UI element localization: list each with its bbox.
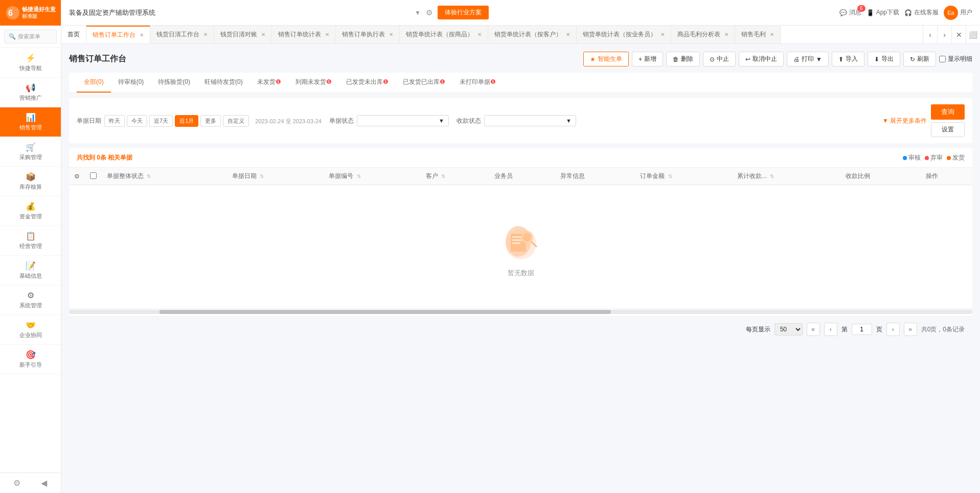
tab-close-daily-clear[interactable]: ✕ [203, 32, 208, 37]
query-btn[interactable]: 查询 [931, 104, 965, 120]
page-prev-btn[interactable]: ‹ [824, 323, 837, 336]
date-btn-1month[interactable]: 近1月 [175, 115, 198, 127]
tab-close-daily-reconcile[interactable]: ✕ [261, 32, 265, 37]
cancel-pause-btn[interactable]: ↩ 取消中止 [739, 52, 784, 66]
print-icon: 🖨 [793, 56, 800, 63]
tab-close-goods-stats-customer[interactable]: ✕ [566, 32, 570, 37]
filter-tab-overdue-unshipped[interactable]: 到期未发货❶ [288, 73, 339, 93]
status-select[interactable]: ▼ [357, 115, 449, 126]
th-gear[interactable]: ⚙ [69, 168, 85, 185]
filter-tab-shipped-not-out[interactable]: 已发货未出库❶ [339, 73, 396, 93]
tab-daily-clear[interactable]: 钱货日清工作台 ✕ [150, 26, 214, 44]
sidebar-item-inventory[interactable]: 📦 库存核算 [0, 167, 61, 196]
horizontal-scrollbar-thumb[interactable] [159, 310, 611, 314]
set-btn[interactable]: 设置 [931, 122, 965, 137]
th-number[interactable]: 单据编号 ⇅ [324, 168, 420, 185]
tab-sales-exec[interactable]: 销售订单执行表 ✕ [336, 26, 400, 44]
sidebar-item-base-info[interactable]: 📝 基础信息 [0, 256, 61, 285]
gear-icon[interactable]: ⚙ [426, 8, 432, 17]
filter-tab-unshipped[interactable]: 未发货❶ [250, 73, 288, 93]
filter-tab-unprinted[interactable]: 未打印单据❶ [452, 73, 503, 93]
sidebar-item-quick-nav[interactable]: ⚡ 快捷导航 [0, 48, 61, 78]
date-btn-custom[interactable]: 自定义 [223, 115, 249, 127]
ship-action-btn[interactable]: 发货 [947, 153, 965, 162]
th-overall-status[interactable]: 单据整体状态 ⇅ [102, 168, 227, 185]
tab-scroll-right[interactable]: › [937, 26, 951, 44]
tab-maximize[interactable]: ⬜ [966, 26, 980, 44]
date-btn-today[interactable]: 今天 [127, 115, 147, 127]
page-number-input[interactable] [852, 324, 872, 335]
page-last-btn[interactable]: » [904, 323, 917, 336]
tab-close-all[interactable]: ✕ [951, 26, 966, 44]
search-menu-btn[interactable]: 🔍 搜索菜单 [4, 30, 57, 43]
filter-tab-pending-audit[interactable]: 待审核(0) [111, 73, 151, 93]
th-customer[interactable]: 客户 ⇅ [421, 168, 489, 185]
th-date[interactable]: 单据日期 ⇅ [227, 168, 324, 185]
collapse-footer-btn[interactable]: ◀ [33, 478, 56, 488]
import-btn[interactable]: ⬆ 导入 [832, 52, 864, 66]
add-btn[interactable]: + 新增 [632, 52, 663, 66]
th-checkbox[interactable] [85, 168, 102, 185]
filter-tab-all[interactable]: 全部(0) [77, 73, 111, 93]
tab-close-sales-stats[interactable]: ✕ [325, 32, 329, 37]
payment-select[interactable]: ▼ [484, 115, 576, 126]
print-btn[interactable]: 🖨 打印 ▼ [787, 52, 829, 66]
industry-btn[interactable]: 体验行业方案 [438, 6, 489, 19]
sidebar-item-sales[interactable]: 📊 销售管理 [0, 107, 61, 137]
table-toolbar: 共找到 0条 相关单据 审核 弃审 发货 [69, 148, 972, 168]
tab-scroll-left[interactable]: ‹ [923, 26, 937, 44]
horizontal-scrollbar-track[interactable] [69, 310, 972, 314]
tab-sales-stats[interactable]: 销售订单统计表 ✕ [272, 26, 336, 44]
sidebar-search[interactable]: 🔍 搜索菜单 [0, 26, 61, 48]
sidebar-item-marketing[interactable]: 📢 营销推广 [0, 78, 61, 107]
date-btn-more[interactable]: 更多 [200, 115, 221, 127]
filter-tab-wangpu-ship[interactable]: 旺铺待发货(0) [197, 73, 250, 93]
delete-btn[interactable]: 🗑 删除 [666, 52, 700, 66]
filter-tab-pending-inspect[interactable]: 待拣验货(0) [151, 73, 197, 93]
smart-create-btn[interactable]: ★ 智能生单 [583, 52, 629, 66]
tab-goods-stats-salesperson[interactable]: 销货单统计表（按业务员） ✕ [577, 26, 671, 44]
tab-close-sales-profit[interactable]: ✕ [770, 32, 774, 37]
export-btn[interactable]: ⬇ 导出 [868, 52, 900, 66]
page-next-btn[interactable]: › [886, 323, 900, 336]
sidebar-item-operations[interactable]: 📋 经营管理 [0, 226, 61, 256]
user-profile-btn[interactable]: Ea 用户 [944, 6, 972, 20]
tab-close-goods-stats-product[interactable]: ✕ [477, 32, 482, 37]
select-all-checkbox[interactable] [90, 172, 97, 179]
date-btn-yesterday[interactable]: 昨天 [104, 115, 125, 127]
tab-sales-order-workbench[interactable]: 销售订单工作台 ✕ [86, 26, 150, 44]
audit-action-btn[interactable]: 审核 [903, 153, 921, 162]
expand-more-btn[interactable]: ▼ 展开更多条件 [882, 117, 927, 125]
online-service-btn[interactable]: 🎧 在线客服 [904, 8, 939, 17]
tab-home[interactable]: 首页 [61, 26, 86, 44]
sidebar-item-enterprise[interactable]: 🤝 企业协同 [0, 315, 61, 345]
pause-btn[interactable]: ⊙ 中止 [703, 52, 736, 66]
page-size-select[interactable]: 50 100 200 [774, 323, 803, 335]
date-btn-7days[interactable]: 近7天 [149, 115, 173, 127]
settings-footer-btn[interactable]: ⚙ [5, 478, 29, 488]
tab-close-sales-exec[interactable]: ✕ [389, 32, 393, 37]
filter-tab-shipped-out[interactable]: 已发货已出库❶ [396, 73, 452, 93]
dropdown-icon[interactable]: ▼ [415, 9, 421, 16]
tab-sales-profit[interactable]: 销售毛利 ✕ [735, 26, 781, 44]
show-detail-checkbox-label[interactable]: 显示明细 [939, 55, 972, 63]
tab-close-sales-order[interactable]: ✕ [140, 32, 144, 38]
th-order-amount[interactable]: 订单金额 ⇅ [635, 168, 732, 185]
tab-goods-stats-product[interactable]: 销货单统计表（按商品） ✕ [400, 26, 488, 44]
sidebar-item-tutorial[interactable]: 🎯 新手引导 [0, 345, 61, 374]
cancel-audit-action-btn[interactable]: 弃审 [925, 153, 943, 162]
sidebar-item-purchase[interactable]: 🛒 采购管理 [0, 137, 61, 167]
message-btn[interactable]: 💬 消息 6 [839, 8, 861, 17]
show-detail-checkbox[interactable] [939, 56, 946, 62]
tab-goods-stats-customer[interactable]: 销货单统计表（按客户） ✕ [488, 26, 577, 44]
tab-profit-analysis[interactable]: 商品毛利分析表 ✕ [671, 26, 735, 44]
page-first-btn[interactable]: « [807, 323, 820, 336]
sidebar-item-finance[interactable]: 💰 资金管理 [0, 196, 61, 226]
tab-close-goods-stats-salesperson[interactable]: ✕ [660, 32, 665, 37]
tab-close-profit-analysis[interactable]: ✕ [724, 32, 728, 37]
tab-daily-reconcile[interactable]: 钱货日清对账 ✕ [214, 26, 272, 44]
th-accumulated-payment[interactable]: 累计收款... ⇅ [732, 168, 841, 185]
app-download-btn[interactable]: 📱 App下载 [867, 8, 899, 17]
sidebar-item-system[interactable]: ⚙ 系统管理 [0, 285, 61, 315]
refresh-btn[interactable]: ↻ 刷新 [903, 52, 936, 66]
